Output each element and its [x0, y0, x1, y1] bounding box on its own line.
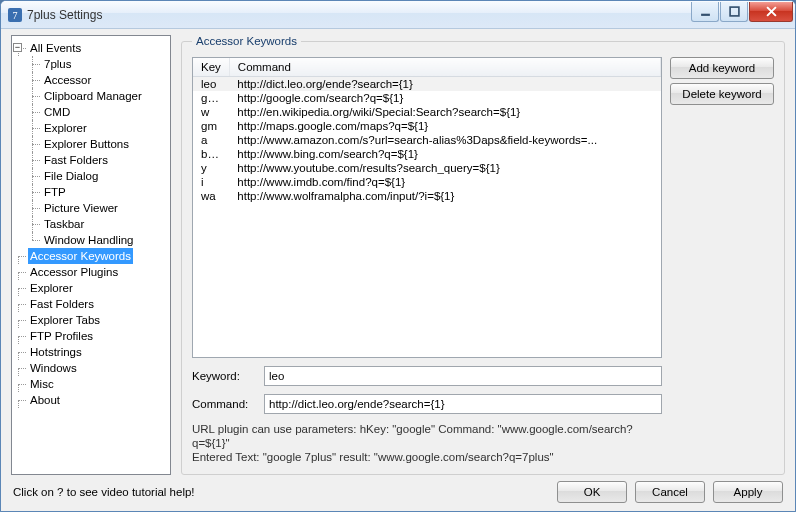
cell-key: a	[193, 133, 229, 147]
tree-item-label[interactable]: Explorer	[28, 280, 75, 296]
tree-item-label[interactable]: Explorer	[42, 120, 89, 136]
cell-key: bing	[193, 147, 229, 161]
tree-item[interactable]: FTP Profiles	[14, 328, 168, 344]
side-buttons: Add keyword Delete keyword	[670, 57, 774, 464]
close-button[interactable]	[749, 2, 793, 22]
collapse-icon[interactable]: −	[13, 43, 22, 52]
tree-item[interactable]: Accessor Plugins	[14, 264, 168, 280]
svg-text:7: 7	[13, 10, 18, 21]
tree-item-label[interactable]: Picture Viewer	[42, 200, 120, 216]
tree-root-label[interactable]: All Events	[28, 40, 83, 56]
cell-command: http://www.youtube.com/results?search_qu…	[229, 161, 660, 175]
keyword-input[interactable]	[264, 366, 662, 386]
table-row[interactable]: ahttp://www.amazon.com/s?url=search-alia…	[193, 133, 661, 147]
tree-item-label[interactable]: Explorer Buttons	[42, 136, 131, 152]
tree-item-label[interactable]: Windows	[28, 360, 79, 376]
tree-item-label[interactable]: CMD	[42, 104, 72, 120]
cell-key: gm	[193, 119, 229, 133]
tree-item[interactable]: Clipboard Manager	[28, 88, 168, 104]
tree-item[interactable]: Fast Folders	[28, 152, 168, 168]
cell-key: w	[193, 105, 229, 119]
tree-item[interactable]: Fast Folders	[14, 296, 168, 312]
tree-item[interactable]: 7plus	[28, 56, 168, 72]
table-row[interactable]: gmhttp://maps.google.com/maps?q=${1}	[193, 119, 661, 133]
tree-item[interactable]: Hotstrings	[14, 344, 168, 360]
apply-button[interactable]: Apply	[713, 481, 783, 503]
tree-root[interactable]: − All Events 7plusAccessorClipboard Mana…	[14, 40, 168, 248]
tree-item-label[interactable]: Explorer Tabs	[28, 312, 102, 328]
tree-item-label[interactable]: 7plus	[42, 56, 74, 72]
tree-item-label[interactable]: FTP Profiles	[28, 328, 95, 344]
tree-item-label[interactable]: Accessor	[42, 72, 93, 88]
tree-item[interactable]: About	[14, 392, 168, 408]
tree-item[interactable]: CMD	[28, 104, 168, 120]
svg-rect-2	[701, 13, 710, 15]
tree-item-label[interactable]: Fast Folders	[42, 152, 110, 168]
maximize-button[interactable]	[720, 2, 748, 22]
titlebar: 7 7plus Settings	[1, 1, 795, 29]
table-row[interactable]: ihttp://www.imdb.com/find?q=${1}	[193, 175, 661, 189]
cell-key: i	[193, 175, 229, 189]
tree-item[interactable]: Picture Viewer	[28, 200, 168, 216]
cell-key: google	[193, 91, 229, 105]
table-row[interactable]: leohttp://dict.leo.org/ende?search={1}	[193, 77, 661, 92]
keywords-table[interactable]: Key Command leohttp://dict.leo.org/ende?…	[192, 57, 662, 358]
keywords-group: Accessor Keywords Key Command	[181, 35, 785, 475]
cell-command: http://www.wolframalpha.com/input/?i=${1…	[229, 189, 660, 203]
cell-command: http://www.imdb.com/find?q=${1}	[229, 175, 660, 189]
command-input[interactable]	[264, 394, 662, 414]
tree-item-label[interactable]: Fast Folders	[28, 296, 96, 312]
add-keyword-button[interactable]: Add keyword	[670, 57, 774, 79]
help-line-1: URL plugin can use parameters: hKey: "go…	[192, 422, 662, 450]
tree-item-label[interactable]: Clipboard Manager	[42, 88, 144, 104]
tree-item[interactable]: Explorer Tabs	[14, 312, 168, 328]
tree-item[interactable]: Windows	[14, 360, 168, 376]
tree-item-label[interactable]: Accessor Keywords	[28, 248, 133, 264]
tree-item[interactable]: Explorer Buttons	[28, 136, 168, 152]
svg-rect-3	[730, 7, 739, 16]
tree-item-label[interactable]: FTP	[42, 184, 68, 200]
table-row-empty	[193, 245, 661, 259]
minimize-button[interactable]	[691, 2, 719, 22]
cancel-button[interactable]: Cancel	[635, 481, 705, 503]
delete-keyword-button[interactable]: Delete keyword	[670, 83, 774, 105]
app-icon: 7	[7, 7, 23, 23]
tree-item-label[interactable]: Taskbar	[42, 216, 86, 232]
tree-item-label[interactable]: File Dialog	[42, 168, 100, 184]
group-legend: Accessor Keywords	[192, 35, 301, 47]
footer-hint: Click on ? to see video tutorial help!	[13, 486, 549, 498]
tree-item-label[interactable]: Accessor Plugins	[28, 264, 120, 280]
tree-item[interactable]: File Dialog	[28, 168, 168, 184]
tree-item[interactable]: Accessor	[28, 72, 168, 88]
window-title: 7plus Settings	[27, 8, 691, 22]
table-row[interactable]: wahttp://www.wolframalpha.com/input/?i=$…	[193, 189, 661, 203]
col-key[interactable]: Key	[193, 58, 229, 77]
help-text: URL plugin can use parameters: hKey: "go…	[192, 422, 662, 464]
table-row[interactable]: googlehttp://google.com/search?q=${1}	[193, 91, 661, 105]
table-row-empty	[193, 231, 661, 245]
tree-item[interactable]: FTP	[28, 184, 168, 200]
ok-button[interactable]: OK	[557, 481, 627, 503]
col-command[interactable]: Command	[229, 58, 660, 77]
tree-item-label[interactable]: Hotstrings	[28, 344, 84, 360]
tree-item[interactable]: Explorer	[28, 120, 168, 136]
table-row[interactable]: binghttp://www.bing.com/search?q=${1}	[193, 147, 661, 161]
tree-item[interactable]: Misc	[14, 376, 168, 392]
tree-item[interactable]: Window Handling	[28, 232, 168, 248]
cell-key: wa	[193, 189, 229, 203]
client-area: − All Events 7plusAccessorClipboard Mana…	[1, 29, 795, 511]
tree-item[interactable]: Taskbar	[28, 216, 168, 232]
tree-item-label[interactable]: About	[28, 392, 62, 408]
table-row[interactable]: yhttp://www.youtube.com/results?search_q…	[193, 161, 661, 175]
tree-item[interactable]: Explorer	[14, 280, 168, 296]
settings-window: 7 7plus Settings − All Events	[0, 0, 796, 512]
tree-item[interactable]: Accessor Keywords	[14, 248, 168, 264]
tree-item-label[interactable]: Misc	[28, 376, 56, 392]
table-row-empty	[193, 203, 661, 217]
tree-item-label[interactable]: Window Handling	[42, 232, 136, 248]
table-row-empty	[193, 273, 661, 287]
table-row[interactable]: whttp://en.wikipedia.org/wiki/Special:Se…	[193, 105, 661, 119]
cell-command: http://google.com/search?q=${1}	[229, 91, 660, 105]
help-line-2: Entered Text: "google 7plus" result: "ww…	[192, 450, 662, 464]
category-tree[interactable]: − All Events 7plusAccessorClipboard Mana…	[11, 35, 171, 475]
